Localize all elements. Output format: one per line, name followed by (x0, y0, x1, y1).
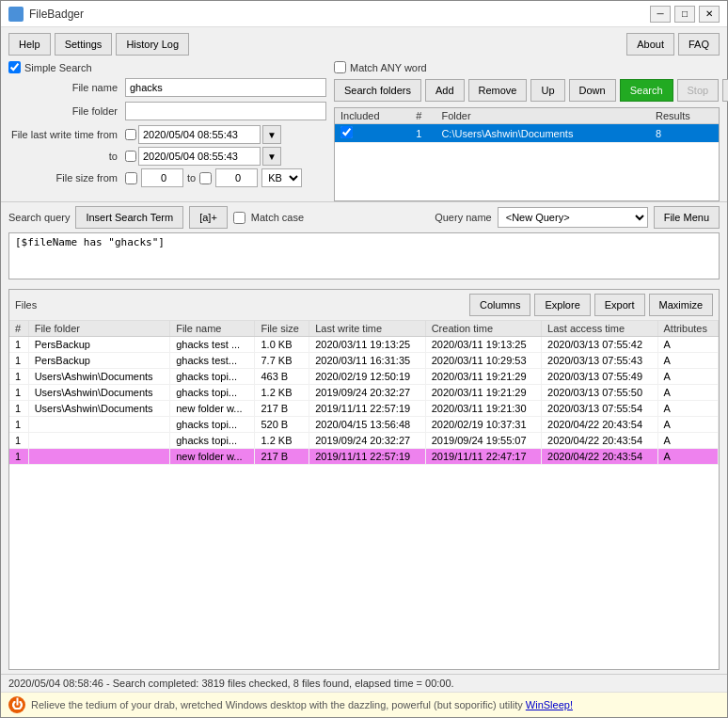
up-folder-button[interactable]: Up (530, 79, 564, 102)
ad-link[interactable]: WinSleep! (526, 699, 573, 710)
query-name-select[interactable]: <New Query> (498, 207, 648, 228)
ad-text-content: Relieve the tedium of your drab, wretche… (31, 699, 526, 710)
files-table-row[interactable]: 1Users\Ashwin\Documentsghacks topi...463… (9, 369, 719, 385)
close-button[interactable]: ✕ (699, 6, 720, 23)
files-cell-5: 2019/11/11 22:47:17 (425, 449, 541, 465)
files-col-creation-time: Creation time (425, 321, 541, 337)
last-write-from-label: File last write time from (8, 129, 121, 140)
files-col-last-write-time: Last write time (309, 321, 425, 337)
down-folder-button[interactable]: Down (569, 79, 616, 102)
maximize-files-button[interactable]: Maximize (649, 294, 713, 316)
explore-button[interactable]: Explore (534, 294, 590, 316)
files-table-row[interactable]: 1PersBackupghacks test...7.7 KB2020/03/1… (9, 353, 719, 369)
match-case-checkbox[interactable] (233, 212, 245, 224)
size-to-checkbox[interactable] (199, 172, 212, 184)
folder-included-checkbox[interactable] (340, 126, 353, 138)
files-cell-3: 217 B (255, 401, 309, 417)
last-write-from-dropdown[interactable]: ▼ (262, 125, 281, 144)
file-menu-button[interactable]: File Menu (654, 206, 720, 229)
files-cell-7: A (657, 353, 719, 369)
query-textarea[interactable]: [$fileName has "ghacks"] (8, 232, 720, 279)
power-icon: ⏻ (8, 696, 25, 713)
export-button[interactable]: Export (594, 294, 645, 316)
about-button[interactable]: About (626, 33, 674, 56)
files-cell-2: ghacks test... (170, 353, 255, 369)
last-write-to-dropdown[interactable]: ▼ (262, 147, 281, 166)
ad-text: Relieve the tedium of your drab, wretche… (31, 699, 573, 710)
file-name-input[interactable] (125, 78, 326, 97)
file-folder-input[interactable] (125, 102, 326, 120)
files-cell-1: PersBackup (28, 337, 170, 353)
query-textarea-wrapper: [$fileName has "ghacks"] (8, 232, 720, 281)
columns-button[interactable]: Columns (469, 294, 530, 316)
files-cell-3: 1.2 KB (255, 433, 309, 449)
files-col-attributes: Attributes (657, 321, 719, 337)
files-cell-3: 520 B (255, 417, 309, 433)
minimize-button[interactable]: ─ (650, 6, 671, 23)
last-write-to-text[interactable] (138, 147, 261, 166)
main-window: FileBadger ─ □ ✕ Help Settings History L… (0, 0, 728, 718)
files-cell-3: 1.0 KB (255, 337, 309, 353)
history-log-button[interactable]: History Log (116, 33, 189, 56)
files-cell-0: 1 (9, 449, 28, 465)
files-cell-0: 1 (9, 337, 28, 353)
maximize-button[interactable]: □ (674, 6, 695, 23)
stop-button[interactable]: Stop (677, 79, 720, 102)
files-cell-2: ghacks topi... (170, 417, 255, 433)
files-cell-6: 2020/04/22 20:43:54 (542, 433, 657, 449)
files-table-row[interactable]: 1ghacks topi...1.2 KB2019/09/24 20:32:27… (9, 433, 719, 449)
search-folders-button[interactable]: Search folders (334, 79, 421, 102)
files-cell-6: 2020/03/13 07:55:43 (542, 353, 657, 369)
files-cell-0: 1 (9, 433, 28, 449)
files-cell-0: 1 (9, 401, 28, 417)
match-any-word-row: Match ANY word (334, 61, 720, 73)
files-cell-0: 1 (9, 369, 28, 385)
size-from-spin[interactable] (141, 168, 183, 187)
files-table-row[interactable]: 1PersBackupghacks test ...1.0 KB2020/03/… (9, 337, 719, 353)
file-name-row: File name (8, 78, 326, 97)
insert-search-term-button[interactable]: Insert Search Term (75, 206, 183, 229)
files-cell-4: 2020/03/11 19:13:25 (309, 337, 425, 353)
files-cell-0: 1 (9, 417, 28, 433)
power-icon-symbol: ⏻ (11, 699, 23, 710)
files-cell-5: 2020/03/11 19:21:29 (425, 385, 541, 401)
help-button[interactable]: Help (8, 33, 51, 56)
size-to-spin[interactable] (215, 168, 258, 187)
files-table-row[interactable]: 1Users\Ashwin\Documentsnew folder w...21… (9, 401, 719, 417)
last-write-to-label: to (8, 151, 121, 162)
search-button[interactable]: Search (620, 79, 673, 102)
files-cell-7: A (657, 449, 719, 465)
files-table-row[interactable]: 1new folder w...217 B2019/11/11 22:57:19… (9, 449, 719, 465)
remove-folder-button[interactable]: Remove (468, 79, 528, 102)
simple-search-checkbox[interactable] (8, 61, 21, 73)
status-text: 2020/05/04 08:58:46 - Search completed: … (8, 678, 454, 689)
folder-table-row[interactable]: 1 C:\Users\Ashwin\Documents 8 (335, 124, 719, 143)
match-any-word-checkbox[interactable] (334, 61, 346, 73)
size-unit-select[interactable]: KB B MB GB (261, 168, 302, 187)
files-cell-6: 2020/03/13 07:55:50 (542, 385, 657, 401)
left-search-panel: Simple Search File name File folder File… (8, 61, 326, 201)
last-write-from-checkbox[interactable] (125, 129, 136, 140)
regex-button[interactable]: [a]+ (189, 206, 228, 229)
files-table-row[interactable]: 1ghacks topi...520 B2020/04/15 13:56:482… (9, 417, 719, 433)
faq-button[interactable]: FAQ (678, 33, 720, 56)
files-cell-0: 1 (9, 353, 28, 369)
clear-button[interactable]: Clear (722, 79, 728, 102)
files-cell-7: A (657, 401, 719, 417)
files-cell-2: ghacks topi... (170, 385, 255, 401)
files-cell-7: A (657, 385, 719, 401)
files-cell-2: new folder w... (170, 449, 255, 465)
files-table-row[interactable]: 1Users\Ashwin\Documentsghacks topi...1.2… (9, 385, 719, 401)
files-cell-7: A (657, 369, 719, 385)
file-folder-row: File folder (8, 102, 326, 120)
add-folder-button[interactable]: Add (425, 79, 465, 102)
last-write-from-text[interactable] (138, 125, 261, 144)
last-write-to-checkbox[interactable] (125, 151, 136, 162)
size-from-checkbox[interactable] (125, 172, 137, 184)
search-query-label: Search query (8, 212, 70, 223)
match-any-word-label: Match ANY word (350, 62, 427, 73)
ad-bar: ⏻ Relieve the tedium of your drab, wretc… (1, 692, 727, 717)
files-cell-1 (28, 449, 170, 465)
files-cell-5: 2020/02/19 10:37:31 (425, 417, 541, 433)
settings-button[interactable]: Settings (55, 33, 113, 56)
